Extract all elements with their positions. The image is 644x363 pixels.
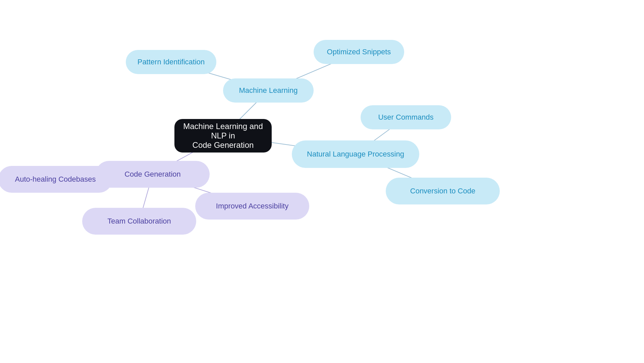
pattern-identification-node: Pattern Identification — [126, 50, 216, 74]
code-generation-node: Code Generation — [96, 161, 210, 188]
optimized-snippets-node: Optimized Snippets — [314, 40, 404, 64]
auto-healing-label: Auto-healing Codebases — [15, 175, 96, 184]
nlp-node: Natural Language Processing — [292, 140, 419, 168]
pattern-identification-label: Pattern Identification — [138, 58, 205, 66]
center-node: Machine Learning and NLP in Code Generat… — [174, 119, 272, 153]
user-commands-node: User Commands — [361, 105, 451, 129]
auto-healing-node: Auto-healing Codebases — [0, 166, 112, 193]
code-generation-label: Code Generation — [124, 170, 181, 179]
improved-accessibility-node: Improved Accessibility — [195, 193, 309, 220]
nlp-label: Natural Language Processing — [307, 150, 404, 159]
conversion-to-code-node: Conversion to Code — [386, 178, 500, 204]
machine-learning-label: Machine Learning — [239, 86, 298, 95]
conversion-to-code-label: Conversion to Code — [410, 187, 475, 195]
team-collaboration-node: Team Collaboration — [82, 208, 196, 235]
user-commands-label: User Commands — [378, 113, 433, 122]
improved-accessibility-label: Improved Accessibility — [216, 202, 288, 210]
optimized-snippets-label: Optimized Snippets — [327, 48, 391, 56]
team-collaboration-label: Team Collaboration — [107, 217, 171, 226]
machine-learning-node: Machine Learning — [223, 78, 314, 103]
center-node-label: Machine Learning and NLP in Code Generat… — [174, 122, 272, 150]
